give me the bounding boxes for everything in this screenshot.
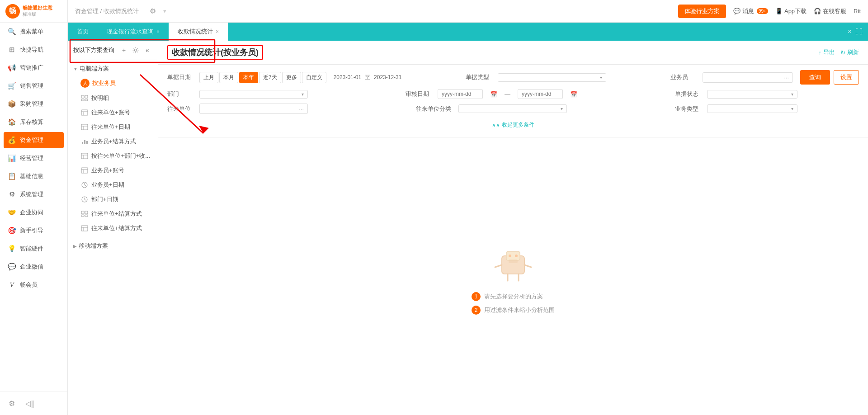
- scheme-item-label: 按明细: [91, 94, 109, 102]
- gear-settings[interactable]: ⚙: [150, 7, 156, 15]
- tab-close-btn[interactable]: ×: [848, 28, 852, 36]
- voucher-type-chevron: ▾: [600, 75, 602, 80]
- scheme-item-label: 往来单位+账号: [91, 108, 130, 117]
- counterpart-more[interactable]: ···: [299, 105, 304, 112]
- salesperson-select[interactable]: ···: [703, 72, 793, 83]
- refresh-btn[interactable]: ↻ 刷新: [840, 48, 859, 57]
- sidebar-item-smart[interactable]: 💡 智能硬件: [0, 240, 67, 258]
- scheme-item-counterpart-account[interactable]: 往来单位+账号: [68, 105, 158, 120]
- sidebar-item-sales[interactable]: 🛒 销售管理: [0, 77, 67, 95]
- sidebar-item-operation[interactable]: 📊 经营管理: [0, 149, 67, 167]
- sidebar-settings-btn[interactable]: ⚙: [5, 396, 19, 410]
- svg-rect-27: [85, 211, 88, 214]
- date-btn-7days[interactable]: 近7天: [259, 72, 281, 83]
- export-btn[interactable]: ↑ 导出: [819, 48, 835, 57]
- tab-receipt[interactable]: 收款情况统计 ×: [169, 23, 228, 41]
- calendar-icon-2[interactable]: 📅: [570, 91, 577, 98]
- scheme-item-counterpart-dept-receipt[interactable]: 按往来单位+部门+收...: [68, 149, 158, 163]
- scheme-item-dept-date[interactable]: 部门+日期: [68, 192, 158, 207]
- tab-bank[interactable]: 现金银行流水查询 ×: [98, 23, 169, 41]
- voucher-type-select[interactable]: ▾: [498, 73, 606, 82]
- sidebar-nav: 🔍 搜索菜单 ⊞ 快捷导航 📢 营销推广 🛒 销售管理 📦 采购管理 🏠 库存核…: [0, 23, 67, 391]
- online-service-btn[interactable]: 🎧 在线客服: [814, 7, 846, 15]
- sidebar-item-quick-nav[interactable]: ⊞ 快捷导航: [0, 41, 67, 59]
- sidebar-item-label: 销售管理: [20, 82, 43, 90]
- date-end: 2023-12-31: [374, 74, 401, 80]
- sidebar-item-search[interactable]: 🔍 搜索菜单: [0, 23, 67, 41]
- calendar-icon-1[interactable]: 📅: [490, 91, 497, 98]
- scheme-item-salesperson-account[interactable]: 业务员+账号: [68, 163, 158, 178]
- scheme-group-desktop-header[interactable]: ▼ 电脑端方案: [68, 62, 158, 75]
- date-btn-this-month[interactable]: 本月: [219, 72, 238, 83]
- sidebar-item-wechat[interactable]: 💬 企业微信: [0, 258, 67, 276]
- collapse-bar[interactable]: ∧∧ 收起更多条件: [167, 118, 859, 132]
- panel-collapse-btn[interactable]: «: [142, 45, 152, 55]
- sidebar-item-member[interactable]: V 畅会员: [0, 276, 67, 294]
- add-scheme-btn[interactable]: +: [119, 45, 129, 55]
- grid-icon-1: [80, 210, 89, 218]
- date-btn-last-month[interactable]: 上月: [199, 72, 218, 83]
- sidebar-item-inventory[interactable]: 🏠 库存核算: [0, 113, 67, 131]
- logo-icon: 畅: [5, 4, 20, 19]
- dept-select[interactable]: ▾: [199, 90, 308, 99]
- clock-icon-1: [80, 181, 89, 189]
- warehouse-icon: 🏠: [7, 118, 16, 127]
- dropdown-arrow[interactable]: ▾: [163, 8, 166, 14]
- sidebar-item-purchase[interactable]: 📦 采购管理: [0, 95, 67, 113]
- scheme-settings-btn[interactable]: [131, 45, 141, 55]
- empty-tip-2: 2 用过滤条件来缩小分析范围: [472, 306, 555, 315]
- sidebar-item-system[interactable]: ⚙ 系统管理: [0, 185, 67, 203]
- sidebar-item-marketing[interactable]: 📢 营销推广: [0, 59, 67, 77]
- review-date-end[interactable]: [518, 89, 563, 99]
- scheme-group-mobile-header[interactable]: ▶ 移动端方案: [68, 239, 158, 253]
- scheme-item-label: 往来单位+结算方式: [91, 210, 142, 218]
- sidebar-item-capital[interactable]: 💰 资金管理: [4, 132, 64, 148]
- scheme-item-by-detail[interactable]: 按明细: [68, 91, 158, 105]
- scheme-item-by-salesperson[interactable]: 人 按业务员: [68, 75, 158, 91]
- message-btn[interactable]: 💬 消息 99+: [733, 7, 768, 15]
- sidebar-item-label: 畅会员: [20, 281, 38, 289]
- tip-num-2: 2: [472, 306, 481, 315]
- svg-line-39: [524, 265, 531, 267]
- svg-rect-5: [81, 110, 88, 115]
- sidebar-collapse-btn[interactable]: ◁‖: [23, 396, 37, 410]
- scheme-item-counterpart-settlement2[interactable]: 往来单位+结算方式: [68, 221, 158, 236]
- scheme-item-salesperson-date[interactable]: 业务员+日期: [68, 178, 158, 192]
- scheme-group-desktop-label: 电脑端方案: [80, 65, 109, 73]
- trial-btn[interactable]: 体验行业方案: [678, 5, 726, 18]
- date-btn-custom[interactable]: 自定义: [302, 72, 326, 83]
- query-btn[interactable]: 查询: [800, 70, 830, 85]
- salesperson-more[interactable]: ···: [784, 74, 789, 81]
- tab-maximize-btn[interactable]: ⛶: [855, 28, 863, 36]
- sidebar: 畅 畅捷通好生意 标准版 🔍 搜索菜单 ⊞ 快捷导航 📢 营销推广 🛒 销售管理…: [0, 0, 68, 415]
- left-panel: 按以下方案查询 + « ▼ 电脑端方案: [68, 41, 158, 415]
- receipt-tab-close[interactable]: ×: [216, 28, 219, 35]
- sidebar-item-basic[interactable]: 📋 基础信息: [0, 167, 67, 185]
- salesperson-icon: 人: [80, 79, 90, 88]
- app-download-btn[interactable]: 📱 App下载: [775, 7, 807, 15]
- detail-icon: [80, 94, 89, 102]
- scheme-item-label: 往来单位+结算方式: [91, 224, 142, 232]
- filter-area: 单据日期 上月 本月 本年 近7天 更多 自定义 2023-01-01 至 20…: [158, 65, 868, 137]
- expand-arrow-icon: ▼: [73, 66, 78, 71]
- date-btn-this-year[interactable]: 本年: [239, 72, 258, 83]
- bank-tab-close[interactable]: ×: [156, 28, 160, 35]
- dept-chevron: ▾: [302, 92, 304, 97]
- date-btn-more[interactable]: 更多: [282, 72, 301, 83]
- scheme-item-counterpart-date[interactable]: 往来单位+日期: [68, 120, 158, 134]
- voucher-status-select[interactable]: ▾: [707, 90, 797, 99]
- sidebar-item-enterprise[interactable]: 🤝 企业协同: [0, 203, 67, 222]
- scheme-item-counterpart-settlement1[interactable]: 往来单位+结算方式: [68, 207, 158, 221]
- counterpart-select[interactable]: ···: [199, 104, 308, 114]
- refresh-icon: ↻: [840, 49, 845, 56]
- settings-btn[interactable]: 设置: [834, 70, 859, 85]
- counterpart-category-select[interactable]: ▾: [458, 104, 567, 113]
- sidebar-item-newbie[interactable]: 🎯 新手引导: [0, 222, 67, 240]
- review-date-start[interactable]: [438, 89, 483, 99]
- scheme-item-salesperson-settlement[interactable]: 业务员+结算方式: [68, 134, 158, 149]
- tab-home[interactable]: 首页: [68, 23, 98, 41]
- empty-state: 1 请先选择要分析的方案 2 用过滤条件来缩小分析范围: [472, 238, 555, 315]
- date-start: 2023-01-01: [334, 74, 361, 80]
- business-type-select[interactable]: ▾: [707, 104, 797, 113]
- bulb-icon: 💡: [7, 244, 16, 253]
